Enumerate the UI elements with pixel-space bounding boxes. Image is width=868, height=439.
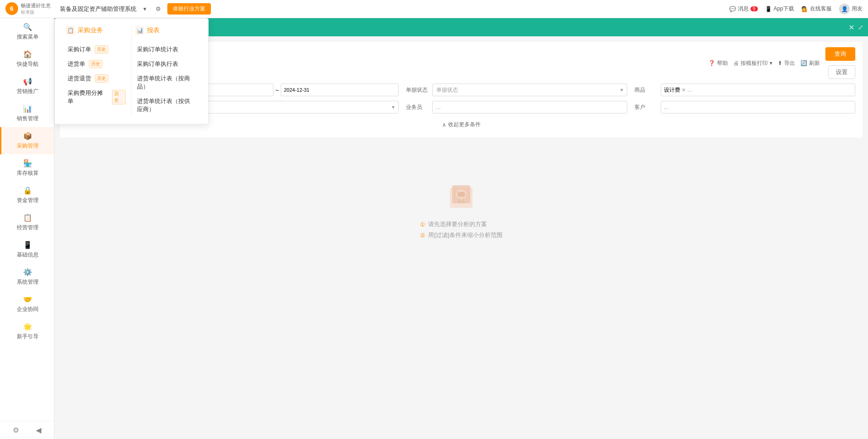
app-download-action[interactable]: 📱 App下载: [765, 5, 794, 13]
sidebar-label-marketing: 营销推广: [17, 88, 39, 95]
export-icon: ⬆: [778, 60, 782, 66]
goods-label: 商品: [634, 86, 657, 94]
dropdown-item-receipt-stat-supplier[interactable]: 进货单统计表（按供应商）: [135, 94, 197, 117]
tab-bar-right: ✕ ⤢: [848, 23, 863, 32]
help-label: 帮助: [717, 59, 728, 67]
header-center: 装备及固定资产辅助管理系统 ▾ ⚙ 体验行业方案: [60, 3, 729, 15]
logo-icon: 6: [5, 2, 18, 15]
bill-status-select[interactable]: 单据状态 ▾: [432, 84, 627, 96]
sidebar-label-basic: 基础信息: [17, 251, 39, 259]
print-icon: 🖨: [733, 60, 739, 66]
empty-tip1: 请先选择要分析的方案: [428, 220, 487, 228]
empty-illustration: [443, 178, 479, 215]
sidebar-collapse-btn[interactable]: ◀: [36, 426, 41, 434]
message-label: 消息: [738, 5, 749, 13]
receipt-stat-supplier-label: 进货单统计表（按供应商）: [137, 97, 195, 113]
refresh-label: 刷新: [809, 59, 820, 67]
dropdown-item-return[interactable]: 进货退货 历史: [66, 71, 127, 86]
sidebar-item-operation[interactable]: 📋 经营管理: [0, 209, 54, 236]
po-stat-label: 采购订单统计表: [137, 45, 178, 54]
trial-button[interactable]: 体验行业方案: [167, 3, 211, 15]
purchase-col-header: 📋 采购业务: [66, 26, 127, 38]
sidebar-label-purchase: 采购管理: [17, 142, 39, 150]
operation-icon: 📋: [23, 213, 32, 222]
dropdown-item-po-exec[interactable]: 采购订单执行表: [135, 57, 197, 71]
sidebar-settings-btn[interactable]: ⚙: [13, 426, 19, 434]
salesman-more-btn[interactable]: …: [435, 104, 441, 110]
sidebar-label-quick: 快捷导航: [17, 60, 39, 68]
receipt-stat-goods-label: 进货单统计表（按商品）: [137, 74, 195, 91]
goods-tag-close[interactable]: ✕: [682, 87, 686, 93]
message-icon: 💬: [729, 6, 736, 12]
service-icon: 💁: [801, 6, 808, 12]
dropdown-item-po[interactable]: 采购订单 历史: [66, 42, 127, 57]
basic-icon: 📱: [23, 241, 32, 249]
bill-status-value: 单据状态: [436, 86, 458, 94]
sidebar-label-enterprise: 企业协同: [17, 306, 39, 313]
header-right: 💬 消息 9 📱 App下载 💁 在线客服 👤 用友: [729, 4, 863, 15]
print-template-action[interactable]: 🖨 按模板打印 ▾: [733, 59, 772, 67]
dropdown-item-receipt-stat-goods[interactable]: 进货单统计表（按商品）: [135, 71, 197, 94]
sidebar-item-finance[interactable]: 🔒 资金管理: [0, 182, 54, 209]
sidebar-item-inventory[interactable]: 🏪 库存核算: [0, 154, 54, 182]
search-icon: 🔍: [23, 23, 32, 31]
header-settings-btn[interactable]: ⚙: [153, 4, 164, 15]
sidebar-item-quick[interactable]: 🏠 快捷导航: [0, 45, 54, 73]
goods-more-btn[interactable]: …: [688, 87, 693, 93]
logo-area: 6 畅捷通好生意 标准版: [5, 2, 60, 15]
goods-tag: 设计费 ✕: [664, 86, 686, 94]
sidebar-item-marketing[interactable]: 📢 营销推广: [0, 73, 54, 100]
help-icon: ❓: [708, 60, 715, 66]
dropdown-item-po-stat[interactable]: 采购订单统计表: [135, 42, 197, 57]
date-to-input[interactable]: [281, 84, 399, 96]
expense-label: 采购费用分摊单: [68, 89, 108, 105]
sidebar-label-inventory: 库存核算: [17, 169, 39, 177]
report-col-title: 报表: [147, 26, 160, 35]
report-col-icon: 📊: [135, 26, 144, 35]
sidebar-item-sales[interactable]: 📊 销售管理: [0, 100, 54, 127]
sidebar-item-enterprise[interactable]: 🤝 企业协同: [0, 291, 54, 318]
svg-rect-3: [458, 192, 465, 197]
help-action[interactable]: ❓ 帮助: [708, 59, 728, 67]
bill-status-label: 单据状态: [406, 86, 429, 94]
sys-dropdown-btn[interactable]: ▾: [140, 5, 149, 14]
purchase-col-title: 采购业务: [78, 26, 103, 35]
app-download-label: App下载: [774, 5, 794, 13]
dropdown-item-expense[interactable]: 采购费用分摊单 历史: [66, 86, 127, 109]
sales-icon: 📊: [23, 104, 32, 113]
sidebar-item-purchase[interactable]: 📦 采购管理: [0, 127, 54, 154]
online-service-action[interactable]: 💁 在线客服: [801, 5, 832, 13]
empty-tip2: 用[过滤]条件来缩小分析范围: [428, 231, 502, 239]
dropdown-report-col: 📊 报表 采购订单统计表 采购订单执行表 进货单统计表（按商品） 进货单统计表（…: [132, 26, 201, 117]
sidebar-label-newbie: 新手引导: [17, 333, 39, 340]
date-separator: ~: [275, 87, 279, 94]
export-action[interactable]: ⬆ 导出: [778, 59, 795, 67]
customer-more-btn[interactable]: …: [664, 104, 669, 110]
logo-text-group: 畅捷通好生意 标准版: [21, 2, 51, 15]
sidebar-item-system[interactable]: ⚙️ 系统管理: [0, 263, 54, 291]
sidebar-item-search[interactable]: 🔍 搜索菜单: [0, 18, 54, 45]
inventory-icon: 🏪: [23, 159, 32, 168]
dropdown-item-receipt[interactable]: 进货单 历史: [66, 57, 127, 71]
sidebar: 🔍 搜索菜单 🏠 快捷导航 📢 营销推广 📊 销售管理 📦 采购管理 🏪 库存核…: [0, 18, 54, 439]
sidebar-bottom: ⚙ ◀: [0, 421, 54, 439]
bill-status-filter: 单据状态 单据状态 ▾: [406, 84, 627, 96]
tab-bar-expand-btn[interactable]: ⤢: [858, 24, 863, 31]
user-action[interactable]: 👤 用友: [839, 4, 863, 15]
refresh-icon: 🔄: [800, 60, 807, 66]
bill-status-dropdown-icon: ▾: [620, 87, 623, 93]
btn-group: 查询 设置: [825, 47, 855, 79]
empty-state: ① 请先选择要分析的方案 ② 用[过滤]条件来缩小分析范围: [60, 142, 863, 276]
dropdown-menu: 📋 采购业务 采购订单 历史 进货单 历史 进货退货 历史 采购费用分摊单 历史: [54, 18, 209, 124]
sidebar-item-newbie[interactable]: 🌟 新手引导: [0, 318, 54, 345]
message-action[interactable]: 💬 消息 9: [729, 5, 758, 13]
return-label: 进货退货: [68, 74, 91, 83]
settings-button[interactable]: 设置: [828, 65, 855, 79]
dropdown-purchase-col: 📋 采购业务 采购订单 历史 进货单 历史 进货退货 历史 采购费用分摊单 历史: [62, 26, 132, 117]
logo-line1: 畅捷通好生意: [21, 2, 51, 9]
newbie-icon: 🌟: [23, 322, 32, 331]
refresh-action[interactable]: 🔄 刷新: [800, 59, 820, 67]
sidebar-item-basic[interactable]: 📱 基础信息: [0, 236, 54, 263]
search-button[interactable]: 查询: [825, 47, 855, 61]
tab-bar-close-btn[interactable]: ✕: [848, 23, 854, 32]
